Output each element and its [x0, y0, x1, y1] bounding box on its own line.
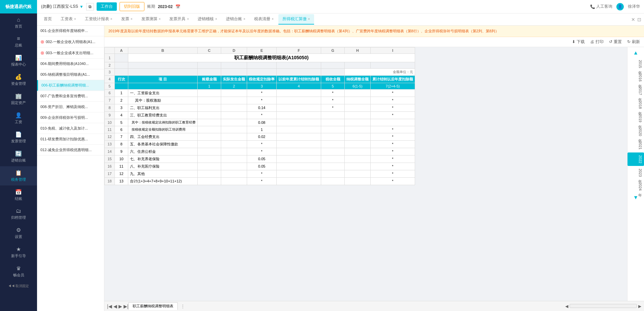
cell-11-D[interactable] — [221, 126, 247, 133]
tab-invoice-open-close[interactable]: × — [187, 17, 189, 21]
sidebar-item-fixed[interactable]: 🏢 固定资产 — [0, 90, 37, 109]
list-item-012[interactable]: 012-减免企业所得税优惠明细... — [37, 145, 104, 156]
nav-prev[interactable]: ◀ — [113, 304, 117, 309]
list-item-007[interactable]: 007-广告费和业务宣传费明... — [37, 91, 104, 102]
cell-6-H[interactable] — [345, 89, 371, 97]
scroll-right-btn[interactable]: ▶ — [638, 304, 641, 309]
year-2021[interactable]: 2021年 — [628, 139, 644, 152]
cell-14-H[interactable] — [345, 148, 371, 155]
cell-12-C[interactable] — [198, 133, 221, 140]
download-button[interactable]: ⬇ 下载 — [572, 39, 585, 45]
tab-maximize[interactable]: ⊡ — [637, 17, 641, 22]
cell-11-F[interactable] — [277, 126, 321, 133]
cell-11-C[interactable] — [198, 126, 221, 133]
horizontal-scrollbar[interactable] — [570, 304, 637, 308]
list-item-002[interactable]: ⊗ 002-一般企业收入明细表(A1... — [37, 36, 104, 47]
cell-12-F[interactable] — [277, 133, 321, 140]
refresh-button[interactable]: ↻ 刷新 — [627, 39, 640, 45]
sidebar-item-home[interactable]: ⌂ 首页 — [0, 13, 37, 32]
tab-invoice-close[interactable]: × — [131, 17, 133, 21]
cell-7-C[interactable] — [198, 97, 221, 104]
cell-8-H[interactable] — [345, 104, 371, 111]
sidebar-item-close[interactable]: 📅 结账 — [0, 185, 37, 205]
list-item-011[interactable]: 011-研发费用加计扣除优惠... — [37, 134, 104, 145]
cell-9-H[interactable] — [345, 111, 371, 119]
cell-15-D[interactable] — [221, 155, 247, 163]
cell-14-F[interactable] — [277, 148, 321, 155]
cell-9-D[interactable] — [221, 111, 247, 119]
sidebar-item-tax[interactable]: 📋 税务管理 — [0, 166, 37, 185]
cell-18-H[interactable] — [345, 177, 371, 185]
cell-10-F[interactable] — [277, 119, 321, 126]
cell-18-C[interactable] — [198, 177, 221, 185]
cell-18-F[interactable] — [277, 177, 321, 185]
cell-10-D[interactable] — [221, 119, 247, 126]
nav-first[interactable]: |◀ — [107, 304, 112, 309]
tab-tax-clearance[interactable]: 税表清册 × — [250, 14, 278, 25]
company-selector[interactable]: (勿删) 江西股宝-LSS ▼ — [41, 4, 83, 9]
switch-period-button[interactable]: 切到旧版 — [120, 2, 144, 11]
year-2017[interactable]: 2017年 — [628, 84, 644, 98]
tab-income-tax-close[interactable]: × — [308, 17, 310, 21]
cell-9-C[interactable] — [198, 111, 221, 119]
year-2020[interactable]: 2020年 — [628, 125, 644, 139]
list-item-003[interactable]: ⊗ 003-一般企业成本支出明细... — [37, 47, 104, 59]
copy-icon-btn[interactable]: ⧉ — [86, 3, 94, 10]
year-scroll-down[interactable]: ▼ — [632, 193, 640, 202]
cell-15-H[interactable] — [345, 155, 371, 163]
reset-button[interactable]: ↺ 重置 — [609, 39, 622, 45]
tab-payroll[interactable]: 工资表 × — [57, 14, 80, 25]
tab-invoice-calc-close[interactable]: × — [159, 17, 161, 21]
sidebar-item-asset[interactable]: 💰 资金管理 — [0, 70, 37, 90]
sidebar-item-payroll[interactable]: 👤 工资 — [0, 109, 37, 128]
tab-income-tax[interactable]: 所得税汇算缴 × — [278, 14, 314, 25]
cell-7-F[interactable] — [277, 97, 321, 104]
cell-11-H[interactable] — [345, 126, 371, 133]
cell-13-D[interactable] — [221, 140, 247, 148]
cell-17-F[interactable] — [277, 170, 321, 177]
cell-16-D[interactable] — [221, 163, 247, 170]
tab-inout-check[interactable]: 进销稽核 × — [194, 14, 221, 25]
cell-17-D[interactable] — [221, 170, 247, 177]
cell-10-H[interactable] — [345, 119, 371, 126]
year-2023[interactable]: 2023年 — [628, 166, 644, 179]
year-2022[interactable]: 2022年 — [628, 152, 644, 166]
tab-invoice[interactable]: 发票 × — [117, 14, 137, 25]
cell-6-F[interactable] — [277, 89, 321, 97]
cell-17-H[interactable] — [345, 170, 371, 177]
sidebar-item-guide[interactable]: ★ 新手引导 — [0, 243, 37, 262]
cell-14-D[interactable] — [221, 148, 247, 155]
cell-8-D[interactable] — [221, 104, 247, 111]
cell-7-H[interactable] — [345, 97, 371, 104]
cell-10-C[interactable] — [198, 119, 221, 126]
tab-payroll-close[interactable]: × — [74, 17, 76, 21]
tab-inout-ledger-close[interactable]: × — [243, 17, 245, 21]
tab-inout-check-close[interactable]: × — [215, 17, 217, 21]
year-2016[interactable]: 2016年 — [628, 71, 644, 84]
workspace-button[interactable]: 工作台 — [97, 2, 117, 11]
cancel-fixed-btn[interactable]: ◀◀ 取消固定 — [0, 281, 37, 291]
cell-8-F[interactable] — [277, 104, 321, 111]
cell-6-C[interactable] — [198, 89, 221, 97]
tab-invoice-open[interactable]: 发票开具 × — [165, 14, 193, 25]
year-2018[interactable]: 2018年 — [628, 98, 644, 111]
cell-12-D[interactable] — [221, 133, 247, 140]
cell-7-D[interactable] — [221, 97, 247, 104]
sidebar-item-ledger[interactable]: ≡ 总账 — [0, 32, 37, 51]
sheet-options-icon[interactable]: ⋮ — [180, 304, 185, 309]
cell-16-C[interactable] — [198, 163, 221, 170]
print-button[interactable]: 🖨 打印 — [590, 39, 604, 45]
cell-17-C[interactable] — [198, 170, 221, 177]
sidebar-item-vip[interactable]: ♛ 畅会员 — [0, 262, 37, 281]
cell-14-C[interactable] — [198, 148, 221, 155]
cell-6-D[interactable] — [221, 89, 247, 97]
tab-tax-clearance-close[interactable]: × — [272, 17, 274, 21]
list-item-010[interactable]: 010-免税、减计收入及加计... — [37, 123, 104, 134]
year-2024[interactable]: 2024年 — [628, 180, 644, 193]
cell-16-H[interactable] — [345, 163, 371, 170]
tab-home[interactable]: 首页 — [40, 14, 56, 25]
list-item-005[interactable]: 005-纳税调整项目明细表(A1... — [37, 69, 104, 80]
tab-close-all[interactable]: ✕ — [631, 17, 635, 22]
list-item-006[interactable]: 006-职工薪酬纳税调整明细... — [37, 80, 104, 91]
cell-13-H[interactable] — [345, 140, 371, 148]
